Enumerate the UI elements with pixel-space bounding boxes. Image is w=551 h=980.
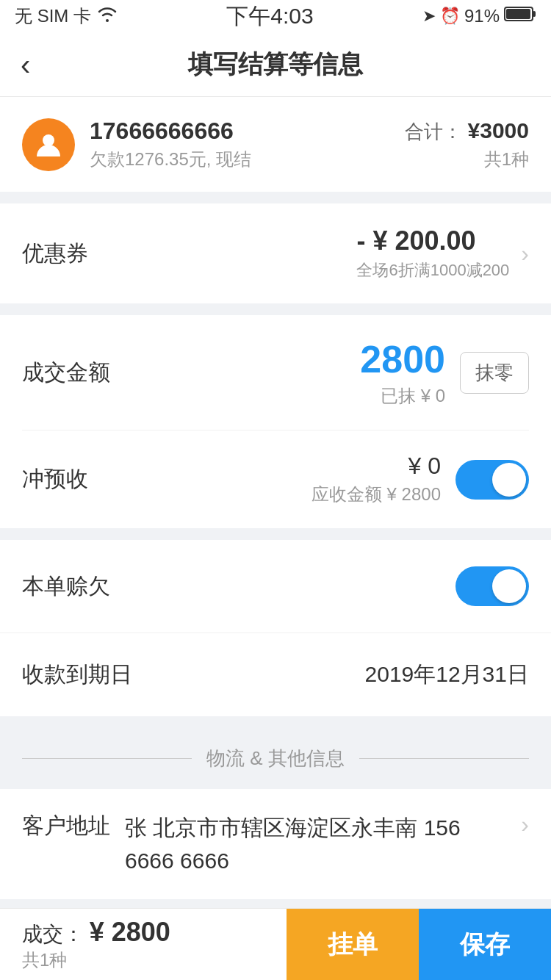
address-section: 客户地址 张 北京市市辖区海淀区永丰南 156 6666 6666 ›	[0, 789, 551, 899]
customer-phone: 17666666666	[90, 118, 251, 145]
coupon-label: 优惠券	[22, 239, 88, 269]
status-left: 无 SIM 卡	[15, 4, 118, 28]
address-chevron-icon: ›	[521, 811, 529, 838]
page-title: 填写结算等信息	[188, 48, 363, 82]
customer-row: 17666666666 欠款1276.35元, 现结 合计： ¥3000 共1种	[0, 97, 551, 192]
nav-bar: ‹ 填写结算等信息	[0, 32, 551, 97]
clock-icon: ⏰	[440, 7, 460, 26]
prepay-subtext: 应收金额 ¥ 2800	[311, 483, 441, 506]
prepay-row: 冲预收 ¥ 0 应收金额 ¥ 2800	[22, 430, 529, 528]
prepay-toggle[interactable]	[455, 460, 529, 500]
total-label: 合计：	[405, 120, 462, 143]
location-icon: ➤	[422, 7, 436, 26]
total-value: ¥3000	[468, 118, 529, 143]
battery-icon	[504, 6, 536, 26]
bottom-deal-count: 共1种	[22, 948, 264, 972]
status-time: 下午4:03	[226, 1, 313, 32]
customer-card: 17666666666 欠款1276.35元, 现结 合计： ¥3000 共1种	[0, 97, 551, 192]
svg-rect-1	[533, 11, 536, 17]
due-date-value: 2019年12月31日	[365, 660, 529, 690]
back-button[interactable]: ‹	[21, 48, 30, 81]
address-row[interactable]: 客户地址 张 北京市市辖区海淀区永丰南 156 6666 6666 ›	[0, 789, 551, 899]
avatar	[22, 118, 75, 171]
divider-label: 物流 & 其他信息	[0, 728, 551, 789]
round-button[interactable]: 抹零	[460, 352, 529, 394]
deal-amount: 2800	[360, 337, 445, 381]
status-bar: 无 SIM 卡 下午4:03 ➤ ⏰ 91%	[0, 0, 551, 32]
deal-label: 成交金额	[22, 358, 110, 388]
prepay-label: 冲预收	[22, 464, 88, 494]
svg-point-3	[43, 134, 54, 146]
due-date-row: 收款到期日 2019年12月31日	[0, 633, 551, 716]
deal-subtext: 已抹 ¥ 0	[360, 384, 445, 408]
divider-line-left	[22, 758, 192, 759]
address-value: 张 北京市市辖区海淀区永丰南 156 6666 6666	[125, 811, 514, 877]
bottom-summary: 成交： ¥ 2800 共1种	[0, 917, 287, 972]
divider-line-right	[359, 758, 529, 759]
divider-text: 物流 & 其他信息	[206, 746, 345, 771]
coupon-card: 优惠券 - ¥ 200.00 全场6折满1000减200 ›	[0, 203, 551, 303]
status-right: ➤ ⏰ 91%	[422, 6, 536, 26]
pending-button[interactable]: 挂单	[287, 909, 419, 981]
address-label: 客户地址	[22, 811, 110, 841]
save-button[interactable]: 保存	[419, 909, 551, 981]
coupon-discount: - ¥ 200.00	[356, 226, 509, 256]
battery-text: 91%	[464, 6, 500, 26]
carrier-text: 无 SIM 卡	[15, 4, 91, 28]
svg-rect-2	[506, 9, 530, 19]
due-date-label: 收款到期日	[22, 660, 132, 690]
deferred-label: 本单赊欠	[22, 572, 110, 602]
deal-amount-row: 成交金额 2800 已抹 ¥ 0 抹零	[22, 315, 529, 430]
coupon-row[interactable]: 优惠券 - ¥ 200.00 全场6折满1000减200 ›	[0, 203, 551, 303]
prepay-amount: ¥ 0	[311, 453, 441, 480]
deferred-toggle[interactable]	[455, 566, 529, 606]
bottom-deal-label: 成交：	[22, 923, 84, 945]
customer-subtext: 欠款1276.35元, 现结	[90, 148, 251, 171]
main-content: 17666666666 欠款1276.35元, 现结 合计： ¥3000 共1种…	[0, 97, 551, 980]
total-count: 共1种	[405, 148, 529, 171]
coupon-subtext: 全场6折满1000减200	[356, 259, 509, 281]
deferred-section: 本单赊欠 收款到期日 2019年12月31日	[0, 540, 551, 716]
chevron-right-icon: ›	[521, 240, 529, 267]
deferred-row: 本单赊欠	[0, 540, 551, 633]
wifi-icon	[97, 6, 118, 26]
deal-section: 成交金额 2800 已抹 ¥ 0 抹零 冲预收 ¥ 0 应收金额 ¥ 2800	[0, 315, 551, 528]
bottom-bar: 成交： ¥ 2800 共1种 挂单 保存	[0, 908, 551, 980]
bottom-deal-amount: ¥ 2800	[90, 917, 170, 947]
